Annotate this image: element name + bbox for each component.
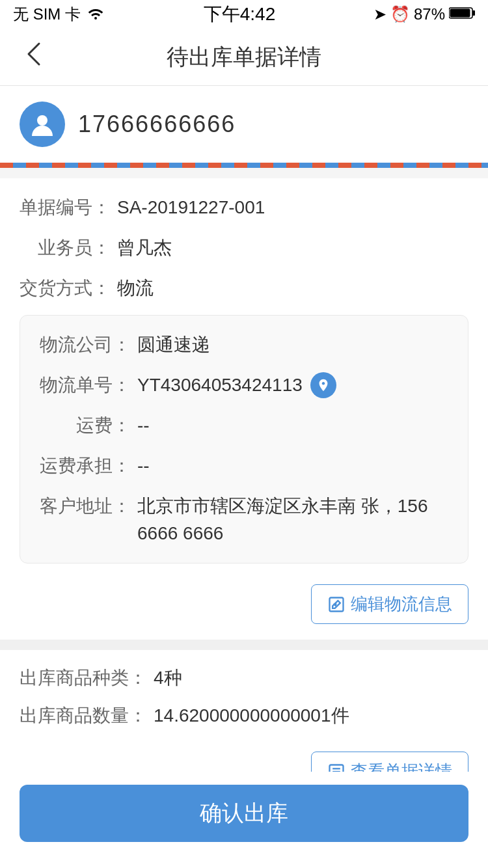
wifi-icon bbox=[86, 5, 105, 23]
status-left: 无 SIM 卡 bbox=[13, 4, 105, 25]
delivery-row: 交货方式： 物流 bbox=[20, 275, 468, 302]
address-label: 客户地址： bbox=[40, 493, 131, 520]
main-content: 17666666666 单据编号： SA-20191227-001 业务员： 曾… bbox=[0, 86, 488, 868]
order-no-label: 单据编号： bbox=[20, 194, 111, 221]
product-types-value: 4种 bbox=[154, 666, 182, 690]
page-title: 待出库单据详情 bbox=[167, 42, 321, 72]
product-qty-label: 出库商品数量： bbox=[20, 703, 147, 728]
freight-bearer-label: 运费承担： bbox=[40, 452, 131, 480]
alarm-icon: ⏰ bbox=[390, 5, 410, 23]
delivery-value: 物流 bbox=[117, 275, 468, 302]
map-pin-icon[interactable] bbox=[310, 372, 336, 398]
avatar bbox=[20, 102, 65, 147]
svg-rect-1 bbox=[472, 10, 475, 16]
freight-bearer-value: -- bbox=[137, 452, 448, 480]
tracking-label: 物流单号： bbox=[40, 372, 131, 399]
order-no-row: 单据编号： SA-20191227-001 bbox=[20, 194, 468, 221]
order-info-section: 单据编号： SA-20191227-001 业务员： 曾凡杰 交货方式： 物流 … bbox=[0, 178, 488, 640]
product-qty-value: 14.620000000000001件 bbox=[154, 703, 349, 728]
freight-row: 运费： -- bbox=[40, 412, 448, 439]
customer-phone: 17666666666 bbox=[78, 111, 236, 138]
tracking-value-container: YT43064053424113 bbox=[137, 372, 448, 399]
tracking-row: 物流单号： YT43064053424113 bbox=[40, 372, 448, 399]
edit-logistics-label: 编辑物流信息 bbox=[351, 593, 452, 616]
logistics-card: 物流公司： 圆通速递 物流单号： YT43064053424113 运费： -- bbox=[20, 315, 468, 563]
location-icon: ➤ bbox=[373, 5, 386, 23]
bottom-bar: 确认出库 bbox=[0, 772, 488, 868]
salesman-value: 曾凡杰 bbox=[117, 234, 468, 262]
address-row: 客户地址： 北京市市辖区海淀区永丰南 张，156 6666 6666 bbox=[40, 493, 448, 547]
customer-header: 17666666666 bbox=[0, 86, 488, 163]
status-bar: 无 SIM 卡 下午4:42 ➤ ⏰ 87% bbox=[0, 0, 488, 29]
product-types-row: 出库商品种类： 4种 bbox=[20, 666, 468, 690]
carrier-text: 无 SIM 卡 bbox=[13, 4, 81, 25]
address-value: 北京市市辖区海淀区永丰南 张，156 6666 6666 bbox=[137, 493, 448, 547]
dashed-divider bbox=[0, 163, 488, 168]
nav-bar: 待出库单据详情 bbox=[0, 29, 488, 86]
battery-text: 87% bbox=[414, 5, 445, 23]
company-label: 物流公司： bbox=[40, 331, 131, 359]
confirm-btn-label: 确认出库 bbox=[200, 798, 288, 828]
order-no-value: SA-20191227-001 bbox=[117, 194, 468, 221]
svg-rect-2 bbox=[450, 9, 470, 18]
battery-icon bbox=[449, 5, 475, 23]
edit-logistics-button[interactable]: 编辑物流信息 bbox=[311, 584, 468, 624]
company-value: 圆通速递 bbox=[137, 331, 448, 359]
salesman-row: 业务员： 曾凡杰 bbox=[20, 234, 468, 262]
status-right: ➤ ⏰ 87% bbox=[373, 5, 475, 23]
freight-label: 运费： bbox=[40, 412, 131, 439]
product-types-label: 出库商品种类： bbox=[20, 666, 147, 690]
edit-btn-container: 编辑物流信息 bbox=[20, 574, 468, 624]
product-qty-row: 出库商品数量： 14.620000000000001件 bbox=[20, 703, 468, 728]
delivery-label: 交货方式： bbox=[20, 275, 111, 302]
status-time: 下午4:42 bbox=[204, 2, 276, 27]
svg-point-3 bbox=[37, 115, 47, 126]
section-divider bbox=[0, 640, 488, 650]
tracking-no-text: YT43064053424113 bbox=[137, 372, 303, 399]
salesman-label: 业务员： bbox=[20, 234, 111, 262]
back-button[interactable] bbox=[20, 34, 48, 79]
freight-value: -- bbox=[137, 412, 448, 439]
company-row: 物流公司： 圆通速递 bbox=[40, 331, 448, 359]
confirm-outbound-button[interactable]: 确认出库 bbox=[20, 785, 468, 842]
freight-bearer-row: 运费承担： -- bbox=[40, 452, 448, 480]
